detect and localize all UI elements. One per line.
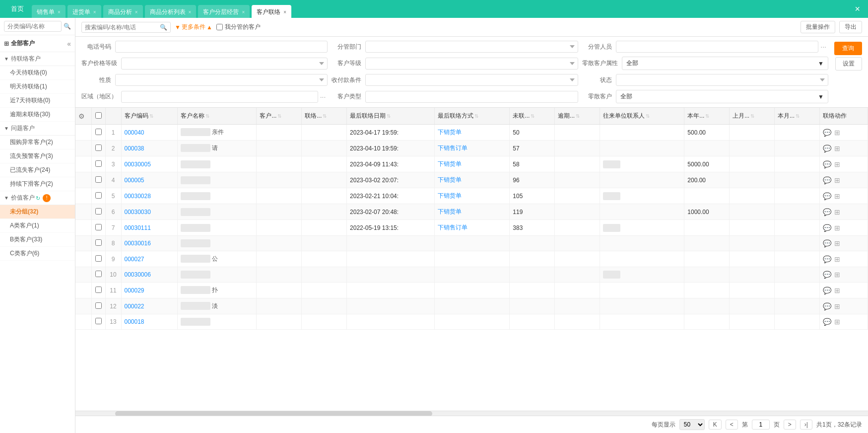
- close-analysis-tab[interactable]: ×: [135, 9, 138, 15]
- sidebar-item-7days[interactable]: 近7天待联络(0): [0, 94, 75, 108]
- row-checkbox[interactable]: [95, 160, 102, 167]
- sidebar-item-declining[interactable]: 持续下滑客户(2): [0, 177, 75, 191]
- code-col-header[interactable]: 客户编码 ⇅: [121, 108, 177, 125]
- page-size-select[interactable]: 50 100 200: [679, 419, 705, 430]
- phone-input[interactable]: [115, 41, 328, 53]
- window-close-button[interactable]: ×: [851, 4, 864, 14]
- contact-action-icon[interactable]: 💬: [823, 287, 831, 294]
- sidebar-group-value[interactable]: ▼ 价值客户 ↻ !: [0, 191, 75, 205]
- more-action-icon[interactable]: ⊞: [834, 318, 840, 326]
- more-action-icon[interactable]: ⊞: [834, 255, 840, 263]
- tab-analysis-list[interactable]: 商品分析列表 ×: [145, 5, 197, 19]
- no-contact-col-header[interactable]: 未联... ⇅: [510, 108, 555, 125]
- sidebar-item-churn-warning[interactable]: 流失预警客户(3): [0, 149, 75, 163]
- refresh-icon[interactable]: ↻: [36, 195, 40, 201]
- sidebar-item-class-a[interactable]: A类客户(1): [0, 219, 75, 233]
- more-action-icon[interactable]: ⊞: [834, 129, 840, 137]
- more-conditions-button[interactable]: ▼ 更多条件 ▲: [175, 23, 212, 31]
- contact-method-link[interactable]: 下销售订单: [438, 224, 467, 231]
- manager-ellipsis[interactable]: ···: [818, 43, 828, 51]
- contact-method-link[interactable]: 下销货单: [438, 160, 462, 167]
- this-year-col-header[interactable]: 本年... ⇅: [684, 108, 730, 125]
- last-contact-date-col-header[interactable]: 最后联络日期 ⇅: [347, 108, 435, 125]
- status-select[interactable]: [616, 74, 828, 86]
- settings-icon[interactable]: ⚙: [78, 112, 85, 120]
- more-action-icon[interactable]: ⊞: [834, 239, 840, 247]
- dept-select[interactable]: [365, 41, 578, 53]
- row-checkbox[interactable]: [95, 318, 102, 324]
- sidebar-item-churned[interactable]: 已流失客户(24): [0, 163, 75, 177]
- query-button[interactable]: 查询: [834, 42, 862, 55]
- last-page-button[interactable]: ›|: [800, 420, 812, 430]
- contact-action-icon[interactable]: 💬: [823, 208, 831, 216]
- contact-action-icon[interactable]: 💬: [823, 160, 831, 168]
- sidebar-item-class-b[interactable]: B类客户(33): [0, 233, 75, 247]
- unit-contact-col-header[interactable]: 往来单位联系人 ⇅: [600, 108, 684, 125]
- home-tab[interactable]: 首页: [4, 0, 31, 18]
- more-action-icon[interactable]: ⊞: [834, 271, 840, 279]
- contact-method-link[interactable]: 下销货单: [438, 176, 462, 183]
- row-checkbox[interactable]: [95, 255, 102, 262]
- contact-action-icon[interactable]: 💬: [823, 144, 831, 152]
- retail-cust-select[interactable]: 全部 ▼: [616, 90, 828, 103]
- contact-method-link[interactable]: 下销货单: [438, 129, 462, 136]
- contact-action-icon[interactable]: 💬: [823, 255, 831, 263]
- tab-analysis[interactable]: 商品分析 ×: [103, 5, 143, 19]
- my-customers-checkbox[interactable]: [216, 24, 223, 30]
- sidebar-group-pending[interactable]: ▼ 待联络客户: [0, 52, 75, 66]
- tab-customer-segment[interactable]: 客户分层经营 ×: [198, 5, 250, 19]
- row-checkbox[interactable]: [95, 208, 102, 215]
- more-action-icon[interactable]: ⊞: [834, 287, 840, 294]
- collapse-sidebar-button[interactable]: «: [67, 40, 71, 48]
- nature-select[interactable]: [115, 74, 328, 86]
- contact-action-icon[interactable]: 💬: [823, 302, 831, 310]
- sidebar-search-input[interactable]: [4, 21, 62, 32]
- all-customers-item[interactable]: ⊞ 全部客户 «: [0, 35, 75, 52]
- row-checkbox[interactable]: [95, 144, 102, 151]
- sidebar-item-abnormal[interactable]: 囤购异常客户(2): [0, 136, 75, 149]
- sidebar-item-ungrouped[interactable]: 未分组(32): [0, 205, 75, 219]
- close-purchase-tab[interactable]: ×: [93, 9, 96, 15]
- this-month-col-header[interactable]: 本月... ⇅: [774, 108, 819, 125]
- contact-method-link[interactable]: 下销货单: [438, 208, 462, 215]
- row-checkbox[interactable]: [95, 192, 102, 199]
- last-contact-method-col-header[interactable]: 最后联络方式 ⇅: [434, 108, 509, 125]
- sidebar-group-problem[interactable]: ▼ 问题客户: [0, 122, 75, 136]
- export-button[interactable]: 导出: [839, 21, 862, 33]
- close-segment-tab[interactable]: ×: [242, 9, 245, 15]
- contact-col-header[interactable]: 联络... ⇅: [302, 108, 347, 125]
- name-col-header[interactable]: 客户名称 ⇅: [177, 108, 257, 125]
- select-all-checkbox[interactable]: [95, 112, 102, 119]
- region-input[interactable]: [121, 91, 318, 103]
- contact-action-icon[interactable]: 💬: [823, 271, 831, 279]
- contact-action-icon[interactable]: 💬: [823, 192, 831, 200]
- close-contact-tab[interactable]: ×: [283, 9, 286, 15]
- sidebar-item-overdue[interactable]: 逾期未联络(30): [0, 108, 75, 122]
- bulk-operation-button[interactable]: 批量操作: [801, 21, 835, 33]
- row-checkbox[interactable]: [95, 129, 102, 135]
- contact-action-icon[interactable]: 💬: [823, 318, 831, 326]
- sidebar-item-tomorrow[interactable]: 明天待联络(1): [0, 80, 75, 94]
- sidebar-item-today[interactable]: 今天待联络(0): [0, 66, 75, 80]
- type-col-header[interactable]: 客户... ⇅: [257, 108, 302, 125]
- prev-page-button[interactable]: <: [726, 420, 738, 430]
- next-page-button[interactable]: >: [784, 420, 796, 430]
- more-action-icon[interactable]: ⊞: [834, 224, 840, 232]
- price-level-select[interactable]: [121, 58, 328, 70]
- retail-attr-select[interactable]: 全部 ▼: [622, 57, 828, 70]
- contact-action-icon[interactable]: 💬: [823, 176, 831, 184]
- close-analysis-list-tab[interactable]: ×: [189, 9, 192, 15]
- cust-level-select[interactable]: [365, 58, 578, 70]
- reset-button[interactable]: 设置: [835, 57, 862, 71]
- row-checkbox[interactable]: [95, 176, 102, 183]
- more-action-icon[interactable]: ⊞: [834, 144, 840, 152]
- cust-type-input[interactable]: [365, 91, 578, 103]
- search-icon[interactable]: 🔍: [160, 24, 167, 31]
- first-page-button[interactable]: K: [709, 420, 722, 430]
- row-checkbox[interactable]: [95, 271, 102, 277]
- overdue-col-header[interactable]: 逾期... ⇅: [555, 108, 600, 125]
- search-input[interactable]: [85, 24, 160, 31]
- more-action-icon[interactable]: ⊞: [834, 208, 840, 216]
- more-action-icon[interactable]: ⊞: [834, 160, 840, 168]
- contact-action-icon[interactable]: 💬: [823, 239, 831, 247]
